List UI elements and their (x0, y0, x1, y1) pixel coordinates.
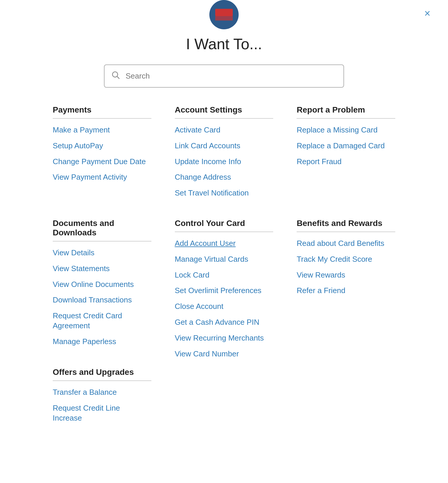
link-view-statements[interactable]: View Statements (53, 261, 151, 277)
category-title-report-a-problem: Report a Problem (297, 105, 395, 119)
header-section: I Want To... (53, 0, 395, 105)
link-activate-card[interactable]: Activate Card (175, 122, 273, 138)
categories-grid: PaymentsMake a PaymentSetup AutoPayChang… (53, 105, 395, 362)
category-links-benefits-rewards: Read about Card BenefitsTrack My Credit … (297, 236, 395, 299)
category-section-control-your-card: Control Your CardAdd Account UserManage … (175, 219, 273, 362)
svg-rect-2 (215, 16, 233, 21)
category-links-control-your-card: Add Account UserManage Virtual CardsLock… (175, 236, 273, 362)
category-section-offers-upgrades: Offers and UpgradesTransfer a BalanceReq… (53, 368, 151, 426)
link-view-card-number[interactable]: View Card Number (175, 346, 273, 362)
link-update-income-info[interactable]: Update Income Info (175, 154, 273, 170)
link-link-card-accounts[interactable]: Link Card Accounts (175, 138, 273, 154)
link-change-address[interactable]: Change Address (175, 169, 273, 185)
search-icon (112, 71, 120, 81)
bottom-row: Offers and UpgradesTransfer a BalanceReq… (53, 368, 395, 426)
page-title: I Want To... (186, 35, 262, 53)
link-add-account-user[interactable]: Add Account User (175, 236, 273, 251)
link-replace-a-damaged-card[interactable]: Replace a Damaged Card (297, 138, 395, 154)
svg-line-4 (117, 76, 119, 79)
close-button[interactable]: × (424, 8, 430, 19)
link-set-overlimit-preferences[interactable]: Set Overlimit Preferences (175, 283, 273, 299)
search-container (104, 64, 344, 88)
link-report-fraud[interactable]: Report Fraud (297, 154, 395, 170)
category-section-account-settings: Account SettingsActivate CardLink Card A… (175, 105, 273, 201)
category-section-report-a-problem: Report a ProblemReplace a Missing CardRe… (297, 105, 395, 201)
link-change-payment-due-date[interactable]: Change Payment Due Date (53, 154, 151, 170)
link-view-payment-activity[interactable]: View Payment Activity (53, 169, 151, 185)
link-refer-a-friend[interactable]: Refer a Friend (297, 283, 395, 299)
link-view-recurring-merchants[interactable]: View Recurring Merchants (175, 330, 273, 346)
category-section-payments: PaymentsMake a PaymentSetup AutoPayChang… (53, 105, 151, 201)
category-title-payments: Payments (53, 105, 151, 119)
category-section-documents-downloads: Documents and DownloadsView DetailsView … (53, 219, 151, 362)
modal-container: × I Want To... PaymentsMake a PaymentSet… (0, 0, 448, 483)
category-links-documents-downloads: View DetailsView StatementsView Online D… (53, 245, 151, 350)
category-title-offers-upgrades: Offers and Upgrades (53, 368, 151, 381)
link-lock-card[interactable]: Lock Card (175, 267, 273, 283)
category-links-payments: Make a PaymentSetup AutoPayChange Paymen… (53, 122, 151, 185)
category-title-documents-downloads: Documents and Downloads (53, 219, 151, 242)
link-replace-a-missing-card[interactable]: Replace a Missing Card (297, 122, 395, 138)
category-links-offers-upgrades: Transfer a BalanceRequest Credit Line In… (53, 385, 151, 426)
link-manage-virtual-cards[interactable]: Manage Virtual Cards (175, 251, 273, 267)
avatar (209, 0, 239, 29)
link-view-online-documents[interactable]: View Online Documents (53, 277, 151, 292)
link-view-details[interactable]: View Details (53, 245, 151, 261)
category-links-account-settings: Activate CardLink Card AccountsUpdate In… (175, 122, 273, 201)
category-section-benefits-rewards: Benefits and RewardsRead about Card Bene… (297, 219, 395, 362)
category-title-account-settings: Account Settings (175, 105, 273, 119)
link-make-a-payment[interactable]: Make a Payment (53, 122, 151, 138)
link-manage-paperless[interactable]: Manage Paperless (53, 334, 151, 350)
link-read-about-card-benefits[interactable]: Read about Card Benefits (297, 236, 395, 251)
category-title-control-your-card: Control Your Card (175, 219, 273, 232)
link-track-my-credit-score[interactable]: Track My Credit Score (297, 251, 395, 267)
link-download-transactions[interactable]: Download Transactions (53, 292, 151, 308)
category-title-benefits-rewards: Benefits and Rewards (297, 219, 395, 232)
link-set-travel-notification[interactable]: Set Travel Notification (175, 185, 273, 201)
link-get-a-cash-advance-pin[interactable]: Get a Cash Advance PIN (175, 314, 273, 330)
svg-rect-1 (215, 9, 233, 16)
link-transfer-a-balance[interactable]: Transfer a Balance (53, 385, 151, 400)
link-setup-autopay[interactable]: Setup AutoPay (53, 138, 151, 154)
category-links-report-a-problem: Replace a Missing CardReplace a Damaged … (297, 122, 395, 169)
link-close-account[interactable]: Close Account (175, 299, 273, 314)
search-input[interactable] (126, 72, 336, 81)
link-request-credit-line-increase[interactable]: Request Credit Line Increase (53, 400, 151, 426)
link-view-rewards[interactable]: View Rewards (297, 267, 395, 283)
link-request-credit-card-agreement[interactable]: Request Credit Card Agreement (53, 308, 151, 334)
